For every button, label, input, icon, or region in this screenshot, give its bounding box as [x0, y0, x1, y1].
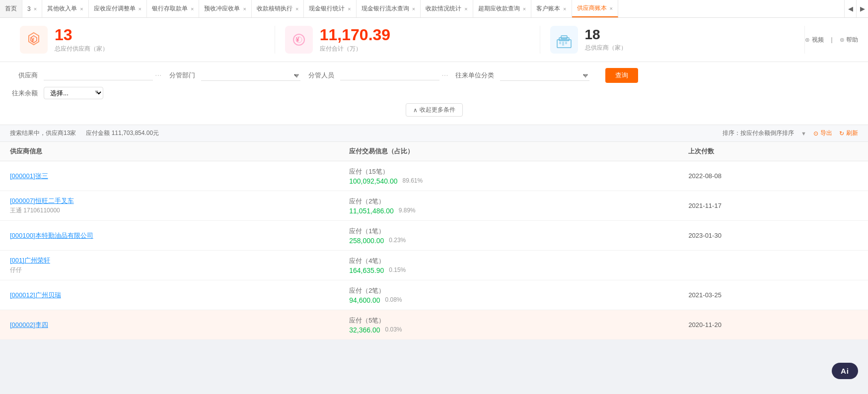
balance-select[interactable]: 选择...	[44, 87, 103, 99]
svg-rect-13	[565, 42, 567, 44]
col-header-transaction: 应付交易信息（占比）	[349, 147, 688, 156]
trans-amount-row-3: 258,000.00 0.23%	[349, 236, 688, 245]
nav-cash-flow-label: 现金银行流水查询	[362, 4, 409, 13]
trans-amount-5[interactable]: 94,600.00	[349, 296, 380, 304]
balance-select-wrapper: 选择... ▼	[44, 87, 103, 99]
payable-suppliers-label: 总应付供应商（家）	[55, 45, 108, 53]
nav-overdue-close[interactable]: ×	[523, 6, 526, 12]
trans-amount-6[interactable]: 32,366.00	[349, 326, 380, 334]
category-select-wrapper: ▼	[500, 70, 599, 81]
last-pay-2: 2021-11-17	[688, 202, 858, 209]
nav-overdue-label: 超期应收款查询	[478, 4, 520, 13]
nav-tab-3-close[interactable]: ×	[34, 6, 37, 12]
nav-collection-close[interactable]: ×	[295, 6, 298, 12]
collapse-button[interactable]: ∧ 收起更多条件	[406, 103, 463, 117]
dept-select[interactable]	[201, 70, 300, 81]
nav-other-income-close[interactable]: ×	[80, 6, 83, 12]
collapse-btn-wrapper: ∧ 收起更多条件	[10, 103, 858, 117]
nav-cash-flow-close[interactable]: ×	[412, 6, 415, 12]
trans-label-2: 应付（2笔）	[349, 197, 688, 206]
top-navigation: 首页 3 × 其他收入单 × 应收应付调整单 × 银行存取款单 × 预收冲应收单…	[0, 0, 868, 18]
trans-pct-1: 89.61%	[403, 177, 423, 184]
col-header-last-pay: 上次付数	[688, 147, 858, 156]
nav-prepay-close[interactable]: ×	[243, 6, 246, 12]
nav-supplier-ledger-close[interactable]: ×	[610, 5, 613, 11]
nav-tab-3-label: 3	[27, 5, 31, 12]
nav-cash-stats-close[interactable]: ×	[348, 6, 351, 12]
nav-supplier-ledger-label: 供应商账本	[577, 4, 607, 12]
trans-amount-3[interactable]: 258,000.00	[349, 237, 384, 245]
trans-label-1: 应付（15笔）	[349, 167, 688, 176]
supplier-input[interactable]	[44, 70, 153, 80]
export-button[interactable]: ⊙ 导出	[813, 129, 832, 137]
nav-overdue[interactable]: 超期应收款查询 ×	[473, 0, 531, 17]
trans-label-6: 应付（5笔）	[349, 316, 688, 325]
refresh-icon: ↻	[839, 130, 844, 137]
supplier-link-5[interactable]: [000012]广州贝瑞	[10, 291, 349, 300]
trans-amount-1[interactable]: 100,092,540.00	[349, 177, 397, 185]
category-select[interactable]	[500, 70, 589, 81]
summary-bar: ¥ 13 总应付供应商（家） ¥ 11,170.39 应付合计（万）	[0, 18, 868, 62]
summary-info-total: 11,170.39 应付合计（万）	[320, 26, 390, 53]
nav-collection-stats-close[interactable]: ×	[464, 6, 467, 12]
nav-prepay-label: 预收冲应收单	[204, 4, 240, 13]
nav-cash-stats[interactable]: 现金银行统计 ×	[304, 0, 356, 17]
trans-amount-row-4: 164,635.90 0.15%	[349, 265, 688, 274]
nav-collection-label: 收款核销执行	[257, 4, 292, 13]
supplier-link-3[interactable]: [000100]本特勤油品有限公司	[10, 231, 349, 240]
video-link[interactable]: ⊙ 视频	[805, 36, 823, 44]
data-table: 供应商信息 应付交易信息（占比） 上次付数 [000001]张三 应付（15笔）…	[0, 142, 868, 340]
nav-collection-stats[interactable]: 收款情况统计 ×	[421, 0, 473, 17]
help-link[interactable]: ⊙ 帮助	[840, 36, 858, 44]
supplier-link-6[interactable]: [000002]李四	[10, 321, 349, 329]
nav-cash-flow[interactable]: 现金银行流水查询 ×	[357, 0, 421, 17]
person-dots[interactable]: ···	[441, 71, 448, 80]
supplier-link-1[interactable]: [000001]张三	[10, 172, 349, 181]
total-payable-label: 应付合计（万）	[320, 45, 390, 53]
refresh-button[interactable]: ↻ 刷新	[839, 129, 858, 137]
nav-customer-ledger-close[interactable]: ×	[563, 6, 566, 12]
result-supplier-count: 搜索结果中，供应商13家	[10, 129, 76, 137]
nav-supplier-ledger[interactable]: 供应商账本 ×	[572, 0, 618, 17]
table-row: [000001]张三 应付（15笔） 100,092,540.00 89.61%…	[0, 161, 868, 191]
trans-amount-row-1: 100,092,540.00 89.61%	[349, 176, 688, 185]
supplier-info-6: [000002]李四	[10, 321, 349, 329]
category-label: 往来单位分类	[454, 71, 494, 80]
nav-bank-deposit[interactable]: 银行存取款单 ×	[147, 0, 199, 17]
trans-amount-4[interactable]: 164,635.90	[349, 266, 384, 274]
trans-amount-row-2: 11,051,486.00 9.89%	[349, 206, 688, 215]
result-bar: 搜索结果中，供应商13家 应付金额 111,703,854.00元 排序：按应付…	[0, 125, 868, 142]
supplier-link-2[interactable]: [000007]恒旺二手叉车	[10, 197, 349, 205]
svg-rect-12	[562, 42, 564, 46]
nav-collection[interactable]: 收款核销执行 ×	[252, 0, 304, 17]
ai-button[interactable]: Ai	[832, 363, 858, 379]
total-suppliers-label: 总供应商（家）	[585, 44, 627, 52]
payable-suppliers-icon: ¥	[20, 26, 48, 54]
nav-customer-ledger[interactable]: 客户账本 ×	[531, 0, 572, 17]
sort-chevron[interactable]: ▼	[801, 131, 806, 136]
person-input[interactable]	[340, 70, 439, 80]
trans-pct-3: 0.23%	[389, 237, 406, 244]
table-row: [000100]本特勤油品有限公司 应付（1笔） 258,000.00 0.23…	[0, 221, 868, 251]
nav-home[interactable]: 首页	[0, 0, 22, 17]
nav-ap-adjust[interactable]: 应收应付调整单 ×	[89, 0, 147, 17]
trans-label-3: 应付（1笔）	[349, 227, 688, 236]
supplier-info-5: [000012]广州贝瑞	[10, 291, 349, 300]
nav-collection-stats-label: 收款情况统计	[426, 4, 461, 13]
nav-other-income[interactable]: 其他收入单 ×	[42, 0, 88, 17]
trans-amount-2[interactable]: 11,051,486.00	[349, 207, 394, 215]
last-pay-5: 2021-03-25	[688, 291, 858, 299]
summary-info-total-suppliers: 18 总供应商（家）	[585, 27, 627, 52]
nav-arrow-left[interactable]: ◀	[844, 0, 856, 18]
nav-tab-3[interactable]: 3 ×	[22, 0, 42, 17]
nav-bank-deposit-close[interactable]: ×	[191, 6, 194, 12]
summary-info-payable: 13 总应付供应商（家）	[55, 26, 108, 53]
nav-ap-adjust-close[interactable]: ×	[139, 6, 142, 12]
query-button[interactable]: 查询	[605, 68, 638, 83]
nav-home-label: 首页	[5, 4, 17, 13]
supplier-dots[interactable]: ···	[155, 71, 161, 80]
supplier-link-4[interactable]: [001]广州荣轩	[10, 256, 349, 265]
nav-prepay[interactable]: 预收冲应收单 ×	[199, 0, 251, 17]
trans-pct-6: 0.03%	[385, 326, 402, 333]
nav-arrow-right[interactable]: ▶	[856, 0, 868, 18]
